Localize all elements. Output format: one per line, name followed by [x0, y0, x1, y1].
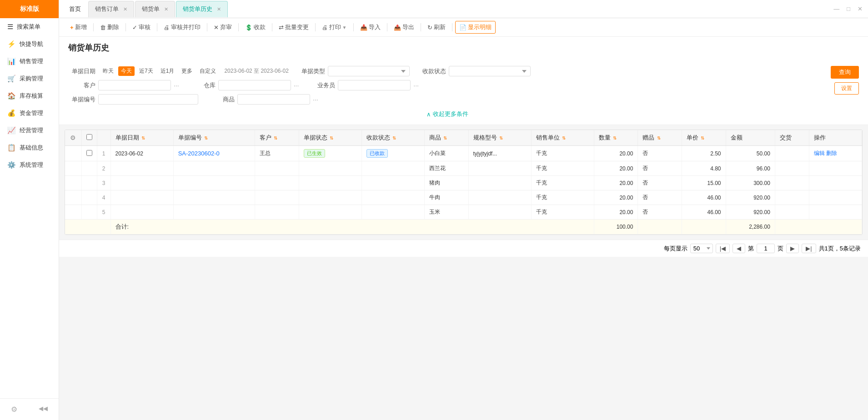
row-customer [255, 205, 299, 220]
sidebar-item-inventory[interactable]: 🏠 库存核算 [0, 87, 59, 105]
warehouse-input[interactable] [218, 80, 291, 90]
goods-ellipsis[interactable]: ··· [313, 96, 318, 103]
row-unit-price: 15.00 [682, 176, 726, 190]
tab-home[interactable]: 首页 [63, 1, 87, 17]
th-goods[interactable]: 商品 ⇅ [424, 130, 468, 146]
row-seq: 2 [97, 161, 110, 176]
th-payment-status[interactable]: 收款状态 ⇅ [361, 130, 424, 146]
window-maximize[interactable]: □ [845, 5, 852, 12]
salesperson-input[interactable] [338, 80, 411, 90]
first-page-button[interactable]: |◀ [716, 244, 730, 253]
th-unit-price[interactable]: 单价 ⇅ [682, 130, 726, 146]
prev-page-button[interactable]: ◀ [733, 244, 745, 253]
warehouse-ellipsis[interactable]: ··· [294, 82, 299, 89]
row-payment-status [361, 205, 424, 220]
batch-change-button[interactable]: ⇄ 批量变更 [275, 21, 312, 33]
goods-input[interactable] [237, 94, 310, 105]
th-doc-status[interactable]: 单据状态 ⇅ [299, 130, 361, 146]
th-spec[interactable]: 规格型号 ⇅ [468, 130, 531, 146]
table-row: 2 西兰花 千克 20.00 否 4.80 96.00 [65, 161, 862, 176]
row-qty: 20.00 [594, 146, 638, 161]
sidebar-item-sales-mgmt[interactable]: 📊 销售管理 [0, 53, 59, 70]
tab-sales-goods[interactable]: 销货单 ✕ [135, 1, 175, 17]
th-unit[interactable]: 销售单位 ⇅ [531, 130, 594, 146]
th-qty[interactable]: 数量 ⇅ [594, 130, 638, 146]
doc-no-input[interactable] [98, 94, 198, 105]
row-actions: 编辑 删除 [809, 146, 862, 161]
delete-button[interactable]: 🗑 删除 [96, 21, 123, 33]
page-input[interactable] [757, 244, 775, 253]
window-minimize[interactable]: — [832, 5, 841, 12]
show-detail-button[interactable]: 📄 显示明细 [455, 21, 496, 34]
row-settings [65, 146, 81, 161]
filter-collapse[interactable]: ∧ 收起更多条件 [68, 108, 826, 120]
date-btn-yesterday[interactable]: 昨天 [100, 66, 116, 76]
window-close[interactable]: ✕ [856, 5, 864, 12]
print-button[interactable]: 🖨 打印 ▼ [318, 21, 351, 33]
tab-sales-order-close[interactable]: ✕ [123, 6, 127, 12]
new-button[interactable]: + 新增 [66, 21, 90, 33]
select-all-checkbox[interactable] [86, 134, 92, 140]
collapse-up-icon: ∧ [426, 111, 431, 118]
th-doc-date[interactable]: 单据日期 ⇅ [110, 130, 173, 146]
action-link[interactable]: 删除 [826, 150, 837, 156]
date-filter: 单据日期 昨天 今天 近7天 近1月 更多 自定义 2023-06-02 至 2… [68, 66, 289, 76]
sidebar-item-basic-info[interactable]: 📋 基础信息 [0, 139, 59, 156]
salesperson-ellipsis[interactable]: ··· [413, 82, 419, 89]
collapse-sidebar-icon[interactable]: ◀◀ [39, 405, 48, 414]
tab-sales-order[interactable]: 销售订单 ✕ [88, 1, 134, 17]
date-btn-7days[interactable]: 近7天 [136, 66, 156, 76]
refresh-button[interactable]: ↻ 刷新 [424, 21, 449, 33]
row-gift: 否 [638, 161, 682, 176]
sort-icon-doc-date: ⇅ [141, 135, 145, 140]
bottom-settings-icon[interactable]: ⚙ [11, 405, 17, 414]
page-size-select[interactable]: 20 50 100 200 [690, 244, 713, 253]
th-settings: ⚙ [65, 130, 81, 146]
doc-no-link[interactable]: SA-20230602-0 [178, 150, 220, 157]
row-goods: 西兰花 [424, 161, 468, 176]
export-button[interactable]: 📤 导出 [390, 21, 418, 33]
salesperson-filter: 业务员 ··· [308, 80, 419, 90]
action-link[interactable]: 编辑 [814, 150, 825, 156]
row-amount: 300.00 [726, 176, 775, 190]
next-page-button[interactable]: ▶ [786, 244, 799, 253]
row-spec [468, 176, 531, 190]
warehouse-filter: 仓库 ··· [188, 80, 299, 90]
th-gift[interactable]: 赠品 ⇅ [638, 130, 682, 146]
payment-status-select[interactable] [449, 66, 531, 76]
th-customer[interactable]: 客户 ⇅ [255, 130, 299, 146]
row-customer: 王总 [255, 146, 299, 161]
date-btn-custom[interactable]: 自定义 [197, 66, 219, 76]
row-seq: 4 [97, 190, 110, 205]
date-btn-1month[interactable]: 近1月 [158, 66, 177, 76]
last-page-button[interactable]: ▶| [802, 244, 816, 253]
tab-sales-history-close[interactable]: ✕ [217, 6, 221, 12]
date-btn-today[interactable]: 今天 [118, 66, 135, 76]
sidebar-item-purchase-mgmt[interactable]: 🛒 采购管理 [0, 70, 59, 87]
doc-type-select[interactable] [328, 66, 410, 76]
date-label: 单据日期 [68, 67, 95, 75]
table-gear-icon[interactable]: ⚙ [70, 134, 76, 141]
setting-button[interactable]: 设置 [834, 82, 859, 95]
tab-sales-history[interactable]: 销货单历史 ✕ [176, 1, 228, 17]
row-unit-price: 46.00 [682, 190, 726, 205]
sidebar-item-quick-nav[interactable]: ⚡ 快捷导航 [0, 35, 59, 53]
sidebar-item-finance[interactable]: 💰 资金管理 [0, 105, 59, 122]
sidebar-item-operations[interactable]: 📈 经营管理 [0, 122, 59, 139]
date-btn-more[interactable]: 更多 [179, 66, 195, 76]
th-doc-no[interactable]: 单据编号 ⇅ [173, 130, 255, 146]
customer-input[interactable] [98, 80, 171, 90]
row-select-checkbox[interactable] [86, 150, 92, 156]
import-button[interactable]: 📥 导入 [356, 21, 384, 33]
customer-ellipsis[interactable]: ··· [174, 82, 179, 89]
audit-print-button[interactable]: 🖨 审核并打印 [160, 21, 204, 33]
audit-button[interactable]: ✓ 审核 [129, 21, 154, 33]
collect-button[interactable]: 💲 收款 [241, 21, 269, 33]
sidebar-item-search-menu[interactable]: ☰ 搜索菜单 [0, 18, 59, 35]
sidebar-item-system-mgmt[interactable]: ⚙️ 系统管理 [0, 156, 59, 174]
tab-sales-goods-close[interactable]: ✕ [164, 6, 168, 12]
discard-button[interactable]: ✕ 弃审 [210, 21, 236, 33]
sidebar-item-label: 快捷导航 [20, 40, 43, 48]
query-button[interactable]: 查询 [831, 66, 859, 79]
payment-status-label: 收款状态 [419, 67, 446, 75]
